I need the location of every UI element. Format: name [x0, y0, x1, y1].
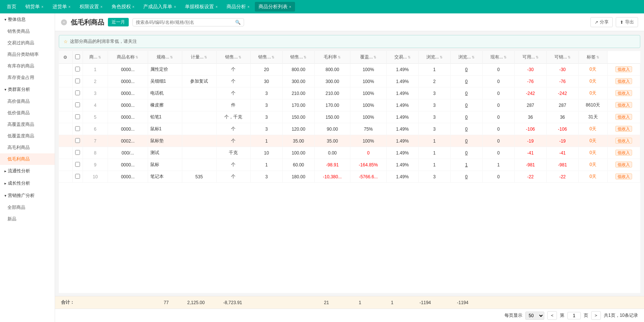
- view1-link[interactable]: 0: [465, 127, 468, 132]
- view1-link[interactable]: 0: [465, 91, 468, 96]
- nav-home[interactable]: 首页: [3, 2, 20, 12]
- cell-checkbox[interactable]: [72, 135, 83, 147]
- cell-view1[interactable]: 0: [451, 87, 483, 99]
- cell-settings[interactable]: [59, 99, 72, 111]
- nav-template-close[interactable]: ×: [215, 5, 218, 9]
- th-unit[interactable]: 计量...⇅: [182, 51, 216, 64]
- cell-settings[interactable]: [59, 135, 72, 147]
- th-view1[interactable]: 浏览...⇅: [419, 51, 451, 64]
- th-coverage[interactable]: 覆盖...⇅: [350, 51, 386, 64]
- sidebar-group-circulation[interactable]: ▸ 流通性分析: [0, 165, 55, 177]
- export-btn[interactable]: ⬆ 导出: [616, 17, 638, 27]
- cell-settings[interactable]: [59, 147, 72, 159]
- row-checkbox[interactable]: [75, 79, 80, 83]
- sidebar-group-overview[interactable]: ▾ 整体信息: [0, 13, 55, 26]
- cell-settings[interactable]: [59, 111, 72, 123]
- nav-purchase-close[interactable]: ×: [68, 5, 71, 9]
- cell-settings[interactable]: [59, 64, 72, 76]
- th-available[interactable]: 可用...⇅: [515, 51, 547, 64]
- view1-link[interactable]: 0: [465, 103, 468, 108]
- cell-settings[interactable]: [59, 87, 72, 99]
- th-transaction[interactable]: 交易...⇅: [387, 51, 419, 64]
- view1-link[interactable]: 0: [465, 115, 468, 120]
- sidebar-group-growth[interactable]: ▸ 成长性分析: [0, 177, 55, 189]
- row-checkbox[interactable]: [75, 90, 80, 95]
- row-checkbox[interactable]: [75, 126, 80, 131]
- nav-analysis-close[interactable]: ×: [247, 5, 250, 9]
- th-saleable[interactable]: 可销...⇅: [547, 51, 579, 64]
- row-checkbox[interactable]: [75, 114, 80, 119]
- cell-checkbox[interactable]: [72, 99, 83, 111]
- nav-sales-close[interactable]: ×: [41, 5, 44, 9]
- th-tag[interactable]: 标签⇅: [579, 51, 608, 64]
- nav-roles-close[interactable]: ×: [132, 5, 135, 9]
- cell-view1[interactable]: 0: [451, 147, 483, 159]
- view1-link[interactable]: 0: [465, 79, 468, 84]
- cell-view1[interactable]: 0: [451, 111, 483, 123]
- sidebar-item-all-products[interactable]: 全部商品: [0, 202, 55, 213]
- sidebar-item-high-value[interactable]: 高价值商品: [0, 96, 55, 107]
- cell-view1[interactable]: 0: [451, 76, 483, 87]
- per-page-select[interactable]: 50 20 100: [525, 312, 544, 320]
- cell-checkbox[interactable]: [72, 171, 83, 183]
- next-page-btn[interactable]: ＞: [591, 311, 601, 320]
- nav-products[interactable]: 产成品入库单 ×: [140, 2, 180, 12]
- cell-view1[interactable]: 0: [451, 123, 483, 135]
- th-sales-price[interactable]: 销售...⇅: [250, 51, 282, 64]
- sidebar-item-category-rate[interactable]: 商品分类助销率: [0, 49, 55, 60]
- nav-products-close[interactable]: ×: [174, 5, 176, 9]
- search-input[interactable]: [136, 20, 235, 25]
- nav-analysis-list[interactable]: 商品分析列表 ×: [255, 2, 295, 12]
- settings-icon[interactable]: ⚙: [63, 55, 67, 60]
- row-checkbox[interactable]: [75, 67, 80, 71]
- cell-checkbox[interactable]: [72, 64, 83, 76]
- sidebar-item-high-coverage[interactable]: 高覆盖度商品: [0, 119, 55, 130]
- sidebar-item-traded[interactable]: 交易过的商品: [0, 37, 55, 49]
- th-stock-now[interactable]: 现有...⇅: [483, 51, 515, 64]
- nav-permissions[interactable]: 权限设置 ×: [76, 2, 106, 12]
- nav-analysis-list-close[interactable]: ×: [289, 5, 291, 9]
- nav-permissions-close[interactable]: ×: [100, 5, 103, 9]
- cell-checkbox[interactable]: [72, 111, 83, 123]
- cell-settings[interactable]: [59, 171, 72, 183]
- select-all-checkbox[interactable]: [75, 54, 80, 59]
- nav-sales[interactable]: 销货单 ×: [22, 2, 47, 12]
- nav-roles[interactable]: 角色授权 ×: [108, 2, 138, 12]
- th-spec[interactable]: 规格...⇅: [148, 51, 182, 64]
- th-sales-qty[interactable]: 销售...⇅: [216, 51, 250, 64]
- cell-checkbox[interactable]: [72, 147, 83, 159]
- sidebar-item-capital[interactable]: 库存资金占用: [0, 72, 55, 83]
- cell-checkbox[interactable]: [72, 87, 83, 99]
- view1-link[interactable]: 0: [465, 174, 468, 179]
- view1-link[interactable]: 0: [465, 67, 468, 72]
- cell-view1[interactable]: 0: [451, 135, 483, 147]
- row-checkbox[interactable]: [75, 150, 80, 155]
- row-checkbox[interactable]: [75, 102, 80, 107]
- sidebar-item-low-coverage[interactable]: 低覆盖度商品: [0, 130, 55, 142]
- row-checkbox[interactable]: [75, 162, 80, 167]
- search-icon[interactable]: 🔍: [235, 20, 241, 25]
- sidebar-item-new-products[interactable]: 新品: [0, 213, 55, 225]
- view1-link[interactable]: 1: [465, 162, 468, 168]
- th-checkbox[interactable]: [72, 51, 83, 64]
- nav-template[interactable]: 单据模板设置 ×: [181, 2, 221, 12]
- date-filter-btn[interactable]: 近一月: [108, 18, 129, 26]
- cell-settings[interactable]: [59, 159, 72, 171]
- view1-link[interactable]: 0: [465, 150, 468, 156]
- nav-analysis[interactable]: 商品分析 ×: [223, 2, 253, 12]
- cell-checkbox[interactable]: [72, 76, 83, 87]
- sidebar-item-low-value[interactable]: 低价值商品: [0, 107, 55, 119]
- nav-purchase[interactable]: 进货单 ×: [49, 2, 74, 12]
- sidebar-group-marketing[interactable]: ▾ 营销推广分析: [0, 189, 55, 202]
- cell-view1[interactable]: 1: [451, 159, 483, 171]
- th-code[interactable]: 商...⇅: [83, 51, 108, 64]
- sidebar-item-low-gross[interactable]: 低毛利商品: [0, 153, 55, 165]
- cell-settings[interactable]: [59, 76, 72, 87]
- prev-page-btn[interactable]: ＜: [547, 311, 557, 320]
- cell-settings[interactable]: [59, 123, 72, 135]
- cell-checkbox[interactable]: [72, 123, 83, 135]
- cell-checkbox[interactable]: [72, 159, 83, 171]
- sidebar-item-high-gross[interactable]: 高毛利商品: [0, 142, 55, 153]
- th-gross-rate[interactable]: 毛利率⇅: [314, 51, 350, 64]
- th-name[interactable]: 商品名称⇅: [108, 51, 148, 64]
